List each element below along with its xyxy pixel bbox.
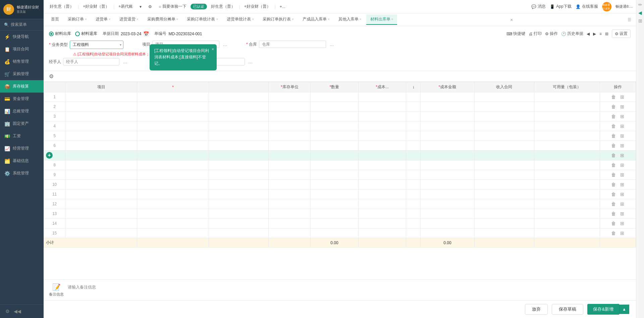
- warehouse-input[interactable]: [259, 41, 326, 48]
- save-draft-button[interactable]: 保存草稿: [552, 304, 583, 315]
- copy-row-btn[interactable]: ⊞: [619, 132, 626, 139]
- copy-row-btn[interactable]: ⊞: [619, 113, 626, 120]
- sidebar-item-system[interactable]: ⚙️ 系统管理: [0, 167, 44, 179]
- copy-row-btn[interactable]: ⊞: [619, 191, 626, 198]
- save-new-arrow-btn[interactable]: ▲: [619, 305, 629, 314]
- online-service-btn[interactable]: 👤 在线客服: [576, 4, 598, 9]
- sidebar-item-inventory[interactable]: 📦 库存核算: [0, 80, 44, 93]
- sidebar-item-payroll[interactable]: 💵 工资: [0, 130, 44, 142]
- close-all-tabs-btn[interactable]: ×: [508, 16, 515, 23]
- radio-material-return[interactable]: 材料退库: [75, 31, 97, 37]
- tab-other-in[interactable]: 其他入库单 ×: [334, 14, 366, 25]
- delete-row-btn[interactable]: 🗑: [610, 113, 617, 120]
- tab-goods-in-stats[interactable]: 进货单统计表 ×: [223, 14, 258, 25]
- delete-row-btn[interactable]: 🗑: [610, 132, 617, 139]
- business-type-select[interactable]: 工程领料: [70, 41, 123, 49]
- tab-purchase-exec[interactable]: 采购订单执行表 ×: [259, 14, 298, 25]
- available-cell[interactable]: [534, 92, 600, 102]
- tab-close-icon[interactable]: ×: [85, 17, 87, 21]
- sidebar-item-basic-info[interactable]: 🗂️ 基础信息: [0, 155, 44, 167]
- nav-experience[interactable]: ○ 我要体验一下: [156, 3, 189, 10]
- handler-input[interactable]: [63, 58, 119, 65]
- tab-purchase-stats[interactable]: 采购订单统计表 ×: [183, 14, 222, 25]
- tab-close-icon[interactable]: ×: [292, 17, 294, 21]
- unit-cell[interactable]: [269, 92, 311, 102]
- nav-settings[interactable]: ⚙: [146, 3, 155, 10]
- sidebar-item-purchase[interactable]: 🛒 采购管理: [0, 68, 44, 80]
- delete-row-btn[interactable]: 🗑: [610, 171, 617, 178]
- settings-btn[interactable]: ⚙ 设置: [612, 30, 631, 38]
- sidebar-item-operations[interactable]: 📈 经营管理: [0, 142, 44, 155]
- amount-cell[interactable]: [421, 92, 474, 102]
- project-more-icon[interactable]: …: [223, 42, 227, 47]
- delete-row-btn[interactable]: 🗑: [610, 142, 617, 149]
- print-btn[interactable]: 🖨 打印: [529, 31, 542, 37]
- user-avatar[interactable]: 畅捷通好业财: [602, 2, 611, 11]
- cost-cell[interactable]: [358, 92, 406, 102]
- qty-cell[interactable]: [311, 92, 359, 102]
- copy-row-btn[interactable]: ⊞: [619, 123, 626, 129]
- copy-row-btn[interactable]: ⊞: [619, 181, 626, 188]
- tab-goods-in[interactable]: 进货单 ×: [92, 14, 115, 25]
- warehouse-more-icon[interactable]: …: [329, 42, 334, 47]
- date-value[interactable]: 2023-03-24: [121, 32, 141, 36]
- delete-row-btn[interactable]: 🗑: [610, 220, 617, 227]
- right-panel-highlight-btn[interactable]: ◀: [637, 9, 644, 16]
- sidebar-item-fixed-assets[interactable]: 🏢 固定资产: [0, 117, 44, 130]
- copy-row-btn[interactable]: ⊞: [619, 103, 626, 110]
- notes-input[interactable]: [68, 283, 631, 295]
- delete-row-btn[interactable]: 🗑: [610, 201, 617, 207]
- material-cell[interactable]: [137, 92, 209, 102]
- copy-row-btn[interactable]: ⊞: [619, 94, 626, 100]
- tab-home[interactable]: 首页: [47, 14, 63, 25]
- save-new-main-btn[interactable]: 保存&新增: [587, 304, 619, 315]
- calendar-icon[interactable]: 📅: [143, 31, 149, 37]
- delete-row-btn[interactable]: 🗑: [610, 162, 617, 168]
- delete-row-btn[interactable]: 🗑: [610, 103, 617, 110]
- tab-list-btn[interactable]: ☰: [626, 16, 633, 23]
- tab-close-icon[interactable]: ×: [391, 17, 393, 21]
- copy-row-btn[interactable]: ⊞: [619, 220, 626, 227]
- tab-close-icon[interactable]: ×: [252, 17, 254, 21]
- contract-cell[interactable]: [474, 92, 534, 102]
- tab-close-icon[interactable]: ×: [176, 17, 178, 21]
- sidebar-item-finance[interactable]: 💳 资金管理: [0, 93, 44, 105]
- delete-row-btn[interactable]: 🗑: [610, 230, 617, 236]
- copy-row-btn[interactable]: ⊞: [619, 230, 626, 236]
- nav-more[interactable]: +...: [277, 3, 288, 10]
- copy-row-btn[interactable]: ⊞: [619, 162, 626, 168]
- tab-close-icon[interactable]: ×: [216, 17, 218, 21]
- copy-row-btn[interactable]: ⊞: [619, 201, 626, 207]
- nav-haoyecai-1[interactable]: +好业财（普）: [80, 3, 112, 10]
- tab-close-icon[interactable]: ×: [109, 17, 111, 21]
- delete-row-btn[interactable]: 🗑: [610, 123, 617, 129]
- delete-row-btn[interactable]: 🗑: [610, 210, 617, 217]
- app-download-btn[interactable]: 📱 App下载: [550, 4, 571, 9]
- project-cell[interactable]: [65, 92, 137, 102]
- tab-finished-goods[interactable]: 产成品入库单 ×: [299, 14, 334, 25]
- delete-row-btn[interactable]: 🗑: [610, 152, 617, 159]
- delete-row-btn[interactable]: 🗑: [610, 191, 617, 198]
- info-icon[interactable]: ℹ: [413, 86, 414, 89]
- copy-row-btn[interactable]: ⊞: [619, 142, 626, 149]
- grid-view-btn[interactable]: ⊞: [605, 32, 608, 36]
- tab-close-icon[interactable]: ×: [137, 17, 139, 21]
- nav-dropdown[interactable]: ▾: [137, 3, 144, 10]
- nav-haoyecai-2[interactable]: +好业财（普）: [241, 3, 273, 10]
- handler-more-icon[interactable]: …: [123, 59, 127, 64]
- nav-yidaili[interactable]: +易代账: [116, 3, 136, 10]
- table-settings-icon[interactable]: ⚙: [49, 73, 54, 80]
- income-contract-more-icon[interactable]: …: [248, 59, 253, 64]
- copy-row-btn[interactable]: ⊞: [619, 171, 626, 178]
- nav-haoshengyi-1[interactable]: 好生意（普）: [47, 3, 76, 10]
- collapse-icon[interactable]: ◀◀: [14, 308, 21, 315]
- right-panel-expand-btn[interactable]: ⊞: [637, 17, 644, 24]
- doc-number-value[interactable]: MD-20230324-001: [168, 32, 202, 36]
- sidebar-item-quick-nav[interactable]: ⚡ 快捷导航: [0, 31, 44, 43]
- sidebar-item-sales[interactable]: 💰 销售管理: [0, 55, 44, 68]
- tab-close-icon[interactable]: ×: [360, 17, 362, 21]
- tab-goods-return[interactable]: 进货退货 ×: [115, 14, 143, 25]
- sidebar-item-project-contract[interactable]: 📋 项目合同: [0, 43, 44, 55]
- discard-button[interactable]: 放弃: [525, 304, 548, 315]
- copy-row-btn[interactable]: ⊞: [619, 210, 626, 217]
